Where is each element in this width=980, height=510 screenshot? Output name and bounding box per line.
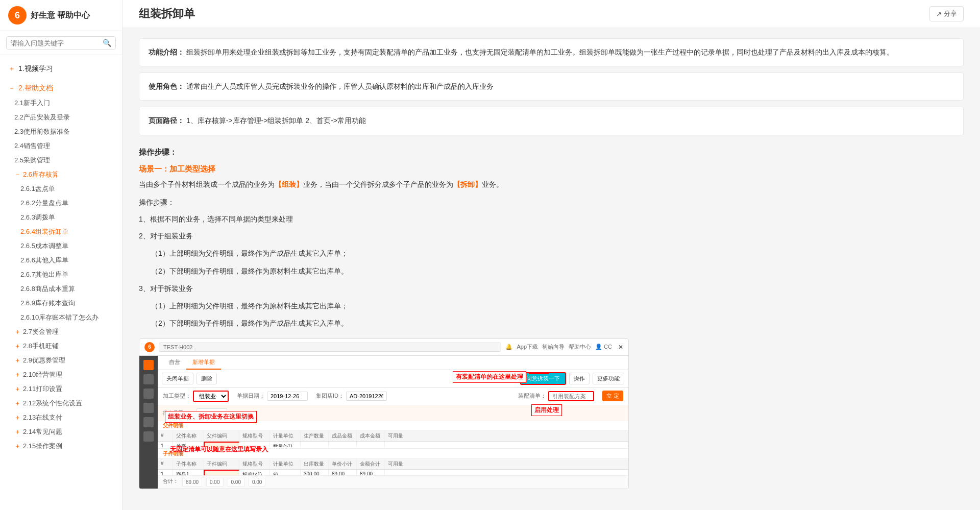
child-col-spec: 规格型号 (239, 459, 270, 469)
app-bar-icon2: App下载 (517, 343, 538, 351)
sidebar-item-cases[interactable]: ＋ 2.15操作案例 (0, 439, 122, 453)
mock-tab-home[interactable]: 自营 (163, 356, 186, 370)
scenario1-desc: 当由多个子件材料组装成一个成品的业务为【组装】业务，当由一个父件拆分成多个子产品… (139, 178, 964, 191)
field-type-label: 加工类型： (163, 392, 191, 400)
total-val-4: 0.00 (249, 478, 265, 487)
sidebar-item-mobile[interactable]: ＋ 2.8手机旺铺 (0, 339, 122, 353)
mock-sidebar-icon-3 (143, 388, 154, 399)
faq-plus-icon: ＋ (14, 427, 21, 436)
step-1: 1、根据不同的业务，选择不同单据的类型来处理 (139, 213, 964, 226)
field-template-label: 装配清单： (518, 392, 546, 400)
sidebar-item-payment[interactable]: ＋ 2.13在线支付 (0, 410, 122, 425)
mock-form-row: 加工类型： 组装业务 拆卸业务 单据日期： (158, 387, 628, 405)
assemble-bracket: 【组装】 (275, 180, 303, 188)
role-label: 使用角色： (149, 82, 184, 90)
sidebar-item-263[interactable]: 2.6.3调拨单 (0, 210, 122, 225)
sidebar-item-266[interactable]: 2.6.6其他入库单 (0, 253, 122, 268)
sidebar-item-268[interactable]: 2.6.8商品成本重算 (0, 282, 122, 296)
sidebar-item-coupon[interactable]: ＋ 2.9优惠券管理 (0, 353, 122, 368)
mock-date-input[interactable] (267, 392, 308, 401)
disassemble-bracket: 【拆卸】 (453, 180, 482, 188)
sidebar-item-262[interactable]: 2.6.2分量盘点单 (0, 196, 122, 210)
share-button[interactable]: ↗ 分享 (929, 6, 964, 21)
app-bar-icon5: 👤 CC (595, 344, 612, 350)
app-bar-icon3: 初始向导 (542, 343, 565, 351)
nav-sub-items-26: 2.6.1盘点单 2.6.2分量盘点单 2.6.3调拨单 2.6.4组装拆卸单 … (0, 182, 122, 325)
mock-close-btn[interactable]: 关闭单据 (162, 373, 193, 384)
mock-app-main: 自营 新增单据 关闭单据 删除 同意拆装一下 操作 更多功能 (158, 356, 628, 489)
mock-template-input[interactable] (548, 391, 594, 401)
total-val-1: 89.00 (182, 478, 202, 487)
sidebar-item-265[interactable]: 2.6.5成本调整单 (0, 239, 122, 253)
mobile-plus-icon: ＋ (14, 342, 21, 351)
sidebar-item-sales[interactable]: 2.4销售管理 (0, 139, 122, 153)
search-icon[interactable]: 🔍 (103, 39, 111, 47)
sidebar-item-267[interactable]: 2.6.7其他出库单 (0, 268, 122, 282)
sidebar-item-video-learning[interactable]: ＋ 1.视频学习 (0, 61, 122, 77)
child-col-num: # (158, 459, 173, 469)
mock-sidebar-icon-1 (143, 360, 154, 370)
mock-code-cell[interactable] (204, 442, 239, 447)
sidebar-item-inventory[interactable]: － 2.6库存核算 (0, 167, 122, 182)
mock-child-table-title: 子件明细 (158, 448, 628, 459)
mock-child-table-header: # 子件名称 子件编码 规格型号 计量单位 出库数量 单价小计 金额合计 可用量 (158, 459, 628, 470)
mock-field-template: 装配清单： (518, 391, 594, 401)
sidebar-item-install[interactable]: 2.2产品安装及登录 (0, 110, 122, 125)
settings-plus-icon: ＋ (14, 399, 21, 408)
mock-confirm-btn[interactable]: 立 定 (602, 391, 623, 401)
search-box[interactable]: 🔍 (6, 36, 116, 50)
mock-sidebar-icon-2 (143, 374, 154, 384)
child-col-available: 可用量 (385, 459, 628, 469)
mock-app-bar-right: 🔔 App下载 初始向导 帮助中心 👤 CC (505, 343, 612, 351)
mock-child-table: # 子件名称 子件编码 规格型号 计量单位 出库数量 单价小计 金额合计 可用量 (158, 459, 628, 475)
role-box: 使用角色： 通常由生产人员或库管人员完成拆装业务的操作，库管人员确认原材料的出库… (139, 72, 964, 101)
col-header-num: # (158, 431, 173, 441)
nav-sub-items-2: 2.1新手入门 2.2产品安装及登录 2.3使用前数据准备 2.4销售管理 2.… (0, 96, 122, 453)
sidebar-item-2610[interactable]: 2.6.10库存账本错了怎么办 (0, 310, 122, 325)
app-bar-icon4: 帮助中心 (569, 343, 591, 351)
mock-sidebar-icon-5 (143, 417, 154, 427)
sidebar-item-264[interactable]: 2.6.4组装拆卸单 (0, 225, 122, 239)
mock-worker-input[interactable] (197, 408, 227, 418)
mock-child-code-1[interactable] (204, 470, 239, 475)
sidebar-item-purchase[interactable]: 2.5采购管理 (0, 153, 122, 167)
step-3-1: （1）上部明细为父件明细，最终作为原材料生成其它出库单； (139, 299, 964, 313)
payment-plus-icon: ＋ (14, 413, 21, 422)
mock-type-select[interactable]: 组装业务 拆卸业务 (193, 391, 229, 402)
search-input[interactable] (11, 39, 103, 47)
mock-field-type: 加工类型： 组装业务 拆卸业务 (163, 391, 229, 402)
step-3: 3、对于拆装业务 (139, 282, 964, 295)
child-col-price: 单价小计 (329, 459, 357, 469)
finance-plus-icon: ＋ (14, 327, 21, 336)
sidebar-item-help-docs[interactable]: － 2.帮助文档 (0, 81, 122, 96)
sidebar-item-269[interactable]: 2.6.9库存账本查询 (0, 296, 122, 310)
mock-app-wrapper: 自营 新增单据 关闭单据 删除 同意拆装一下 操作 更多功能 (139, 356, 628, 489)
sidebar-item-new-user[interactable]: 2.1新手入门 (0, 96, 122, 110)
mock-extra-btn2[interactable]: 更多功能 (593, 373, 624, 384)
cases-plus-icon: ＋ (14, 442, 21, 451)
mock-tab-new[interactable]: 新增单据 (186, 356, 221, 370)
mock-parent-table-title: 父件明细 (158, 421, 628, 431)
sidebar-item-finance[interactable]: ＋ 2.7资金管理 (0, 325, 122, 339)
mock-sub-form-row: 批次员工： (158, 405, 628, 421)
mock-delete-btn[interactable]: 删除 (197, 373, 217, 384)
mock-sidebar-icon-6 (143, 431, 154, 442)
sidebar-item-data-prep[interactable]: 2.3使用前数据准备 (0, 125, 122, 139)
mock-id-input[interactable] (346, 392, 387, 401)
nav-section-2: － 2.帮助文档 2.1新手入门 2.2产品安装及登录 2.3使用前数据准备 2… (0, 79, 122, 455)
close-icon[interactable]: ✕ (618, 344, 623, 351)
child-col-qty: 出库数量 (301, 459, 329, 469)
sidebar-item-261[interactable]: 2.6.1盘点单 (0, 182, 122, 196)
mock-extra-btn1[interactable]: 操作 (569, 373, 590, 384)
sub-form-label: 批次员工： (163, 409, 188, 417)
content-area: 功能介绍： 组装拆卸单用来处理企业组装或拆卸等加工业务，支持有固定装配清单的产品… (122, 28, 980, 510)
field-id-label: 集团店ID： (316, 392, 344, 400)
mock-parent-table-header: # 父件名称 父件编码 规格型号 计量单位 生产数量 成品金额 成本金额 可用量 (158, 431, 628, 442)
sidebar-item-ops[interactable]: ＋ 2.10经营管理 (0, 368, 122, 382)
sidebar-item-faq[interactable]: ＋ 2.14常见问题 (0, 425, 122, 439)
col-header-parent-name: 父件名称 (173, 431, 204, 441)
field-date-label: 单据日期： (237, 392, 265, 400)
mock-app-logo: 6 (144, 342, 155, 352)
sidebar-item-settings[interactable]: ＋ 2.12系统个性化设置 (0, 396, 122, 410)
sidebar-item-print[interactable]: ＋ 2.11打印设置 (0, 382, 122, 396)
